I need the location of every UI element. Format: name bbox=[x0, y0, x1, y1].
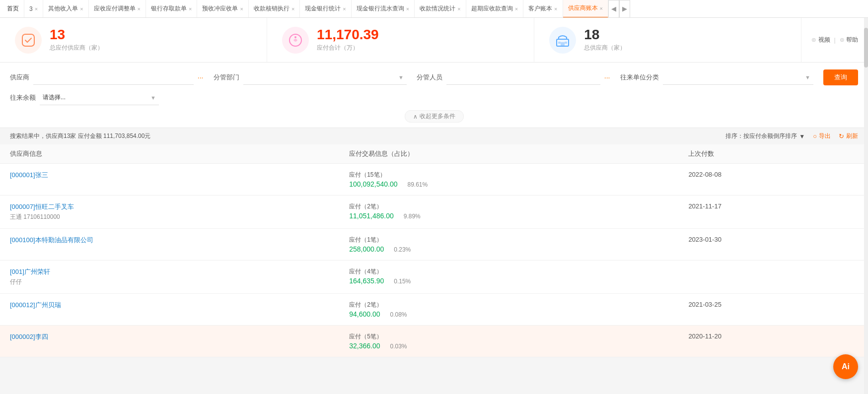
last-pay-cell: 2023-01-30 bbox=[688, 236, 858, 243]
tx-label: 应付（2笔） bbox=[349, 202, 688, 211]
tx-pct: 0.23% bbox=[394, 246, 411, 253]
help-link[interactable]: ⊙ 帮助 bbox=[840, 36, 858, 44]
close-icon[interactable]: × bbox=[600, 5, 603, 11]
dept-label: 分管部门 bbox=[214, 73, 239, 82]
tx-pct: 0.03% bbox=[390, 343, 407, 350]
scrollbar-thumb[interactable] bbox=[864, 28, 868, 67]
tx-pct: 89.61% bbox=[408, 181, 428, 188]
last-pay-cell: 2021-11-17 bbox=[688, 202, 858, 210]
close-icon[interactable]: × bbox=[189, 6, 192, 12]
nav-tab-supplier-ledger[interactable]: 供应商账本 × bbox=[563, 0, 608, 18]
close-icon[interactable]: × bbox=[240, 6, 243, 12]
supplier-name-link[interactable]: [000007]恒旺二手叉车 bbox=[10, 203, 74, 210]
result-bar-right: 排序：按应付余额倒序排序 ▼ ○ 导出 ↻ 刷新 bbox=[725, 132, 858, 140]
supplier-name-link[interactable]: [000001]张三 bbox=[10, 171, 48, 179]
tx-cell: 应付（5笔） 32,366.00 0.03% bbox=[349, 332, 688, 350]
stat-icon-1 bbox=[15, 27, 42, 54]
tx-amount[interactable]: 94,600.00 bbox=[349, 310, 380, 318]
table-row: [000100]本特勤油品有限公司 应付（1笔） 258,000.00 0.23… bbox=[0, 229, 868, 261]
nav-tab-cash-bank-stat-label: 现金银行统计 bbox=[305, 4, 341, 13]
nav-tab-customer-ledger[interactable]: 客户账本 × bbox=[523, 0, 563, 18]
separator: | bbox=[834, 37, 836, 44]
nav-tab-prepay-label: 预收冲应收单 bbox=[202, 4, 238, 13]
supplier-label: 供应商 bbox=[10, 73, 29, 82]
close-icon[interactable]: × bbox=[406, 6, 409, 12]
tx-amount[interactable]: 11,051,486.00 bbox=[349, 212, 394, 220]
stat3-value: 18 bbox=[584, 28, 626, 42]
close-icon[interactable]: × bbox=[554, 6, 557, 12]
tx-amount[interactable]: 32,366.00 bbox=[349, 342, 380, 350]
nav-tab-receipt[interactable]: 收款核销执行 × bbox=[249, 0, 300, 18]
refresh-button[interactable]: ↻ 刷新 bbox=[839, 132, 858, 140]
close-icon[interactable]: × bbox=[138, 6, 141, 12]
close-icon[interactable]: × bbox=[343, 6, 346, 12]
nav-tab-overdue[interactable]: 超期应收款查询 × bbox=[466, 0, 523, 18]
category-select[interactable]: ▼ bbox=[663, 70, 814, 85]
tx-row: 11,051,486.00 9.89% bbox=[349, 211, 688, 220]
query-button[interactable]: 查询 bbox=[823, 69, 858, 85]
video-link[interactable]: ⊙ 视频 bbox=[811, 36, 830, 44]
refresh-icon: ↻ bbox=[839, 132, 844, 140]
supplier-input[interactable] bbox=[33, 70, 194, 85]
close-icon[interactable]: × bbox=[80, 6, 83, 12]
stat-icon-2 bbox=[282, 27, 309, 54]
tx-pct: 0.08% bbox=[390, 311, 407, 318]
category-label: 往来单位分类 bbox=[620, 73, 659, 82]
close-icon[interactable]: × bbox=[35, 6, 38, 12]
nav-tab-ar-ap-adjust[interactable]: 应收应付调整单 × bbox=[89, 0, 146, 18]
nav-tab-prepay[interactable]: 预收冲应收单 × bbox=[197, 0, 248, 18]
supplier-name-link[interactable]: [000012]广州贝瑞 bbox=[10, 301, 61, 309]
collapse-label: 收起更多条件 bbox=[420, 112, 455, 121]
nav-tab-receipt-stat-label: 收款情况统计 bbox=[420, 4, 455, 13]
col-tx-info: 应付交易信息（占比） bbox=[349, 149, 688, 158]
person-input[interactable] bbox=[446, 70, 600, 85]
nav-tab-other-income[interactable]: 其他收入单 × bbox=[43, 0, 88, 18]
last-pay-date: 2020-11-20 bbox=[688, 332, 722, 340]
svg-rect-4 bbox=[561, 42, 565, 46]
tx-amount[interactable]: 258,000.00 bbox=[349, 245, 384, 253]
tx-row: 32,366.00 0.03% bbox=[349, 341, 688, 350]
refresh-label: 刷新 bbox=[846, 132, 858, 140]
tx-pct: 0.15% bbox=[394, 278, 411, 285]
nav-tab-other-income-label: 其他收入单 bbox=[48, 4, 78, 13]
nav-tab-bank-deposit[interactable]: 银行存取款单 × bbox=[146, 0, 197, 18]
tx-amount[interactable]: 100,092,540.00 bbox=[349, 180, 397, 188]
top-nav: 首页 3 × 其他收入单 × 应收应付调整单 × 银行存取款单 × 预收冲应收单… bbox=[0, 0, 868, 18]
person-dots[interactable]: ··· bbox=[604, 73, 610, 81]
export-button[interactable]: ○ 导出 bbox=[813, 132, 831, 140]
nav-tab-home-label: 首页 bbox=[7, 4, 19, 13]
supplier-dots[interactable]: ··· bbox=[198, 73, 204, 81]
nav-tab-cash-bank-flow[interactable]: 现金银行流水查询 × bbox=[352, 0, 415, 18]
stats-bar: 13 总应付供应商（家） 11,170.39 应付合计（万） bbox=[0, 18, 868, 63]
tx-amount[interactable]: 164,635.90 bbox=[349, 277, 384, 285]
top-right-links: ⊙ 视频 | ⊙ 帮助 bbox=[801, 18, 868, 62]
filter-area: 供应商 ··· 分管部门 ▼ 分管人员 ··· 往来单位分类 ▼ 查询 往来 bbox=[0, 63, 868, 128]
filter-row-2: 往来余额 请选择... ▼ bbox=[10, 90, 858, 105]
nav-next-button[interactable]: ▶ bbox=[619, 0, 630, 18]
close-icon[interactable]: × bbox=[515, 6, 518, 12]
balance-select[interactable]: 请选择... ▼ bbox=[40, 90, 159, 105]
nav-tab-home[interactable]: 首页 bbox=[2, 0, 24, 18]
nav-tab-3-label: 3 bbox=[29, 5, 33, 12]
sort-arrow-icon: ▼ bbox=[799, 133, 805, 140]
supplier-name-link[interactable]: [000002]李四 bbox=[10, 333, 48, 340]
supplier-name-link[interactable]: [000100]本特勤油品有限公司 bbox=[10, 236, 93, 244]
tx-label: 应付（15笔） bbox=[349, 171, 688, 179]
supplier-name-link[interactable]: [001]广州荣轩 bbox=[10, 268, 50, 275]
close-icon[interactable]: × bbox=[291, 6, 294, 12]
collapse-button[interactable]: ∧ 收起更多条件 bbox=[405, 110, 464, 123]
tx-cell: 应付（4笔） 164,635.90 0.15% bbox=[349, 267, 688, 285]
stat1-value: 13 bbox=[50, 28, 103, 42]
close-icon[interactable]: × bbox=[457, 6, 460, 12]
filter-category: 往来单位分类 ▼ bbox=[620, 70, 814, 85]
nav-tab-3[interactable]: 3 × bbox=[24, 0, 43, 18]
nav-tab-cash-bank-stat[interactable]: 现金银行统计 × bbox=[300, 0, 351, 18]
sort-button[interactable]: 排序：按应付余额倒序排序 ▼ bbox=[725, 132, 805, 140]
table-area: 供应商信息 应付交易信息（占比） 上次付数 [000001]张三 应付（15笔）… bbox=[0, 144, 868, 357]
nav-prev-button[interactable]: ◀ bbox=[608, 0, 619, 18]
scrollbar-track[interactable] bbox=[864, 18, 868, 357]
table-row: [000007]恒旺二手叉车 王通 17106110000 应付（2笔） 11,… bbox=[0, 196, 868, 229]
filter-row-1: 供应商 ··· 分管部门 ▼ 分管人员 ··· 往来单位分类 ▼ 查询 bbox=[10, 69, 858, 85]
nav-tab-receipt-stat[interactable]: 收款情况统计 × bbox=[415, 0, 466, 18]
dept-select[interactable]: ▼ bbox=[243, 70, 407, 85]
